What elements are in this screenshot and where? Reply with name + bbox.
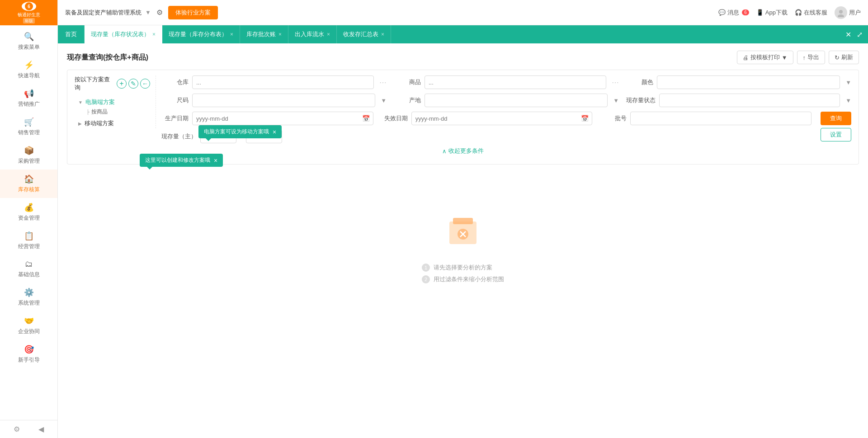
inventory-icon: 🏠 bbox=[24, 174, 34, 184]
empty-step-2: 2 用过滤条件来缩小分析范围 bbox=[422, 275, 504, 283]
scheme-sub-label: 按商品 bbox=[91, 108, 108, 116]
sidebar-item-finance[interactable]: 💰 资金管理 bbox=[0, 198, 57, 226]
origin-dropdown-icon[interactable]: ▼ bbox=[613, 97, 619, 104]
export-button[interactable]: ↑ 导出 bbox=[797, 51, 826, 64]
stock-status-field: 现存量状态 ▼ bbox=[626, 94, 851, 107]
quick-icon: ⚡ bbox=[24, 60, 34, 70]
scheme-sub-row: ├ 按商品 bbox=[86, 108, 150, 116]
edit-scheme-button[interactable]: ✎ bbox=[128, 79, 138, 89]
settings-gear-icon[interactable]: ⚙ bbox=[156, 8, 163, 17]
sidebar-item-label: 采购管理 bbox=[18, 157, 40, 165]
tab-close-icon[interactable]: × bbox=[327, 31, 330, 38]
settings-button[interactable]: ⚙ bbox=[14, 425, 20, 433]
produce-date-wrapper: 📅 bbox=[192, 112, 373, 125]
tab-close-icon[interactable]: × bbox=[278, 31, 282, 38]
warehouse-more-icon[interactable]: ⋯ bbox=[379, 78, 387, 87]
sidebar-item-operation[interactable]: 📋 经营管理 bbox=[0, 226, 57, 255]
print-button[interactable]: 🖨 按模板打印 ▼ bbox=[737, 51, 793, 64]
warehouse-input[interactable] bbox=[192, 75, 374, 89]
goods-input[interactable] bbox=[425, 75, 606, 89]
experience-button[interactable]: 体验行业方案 bbox=[168, 6, 218, 19]
page-title: 现存量查询(按仓库+商品) bbox=[67, 53, 148, 62]
arrow-right-icon: ▶ bbox=[78, 121, 82, 126]
origin-input[interactable] bbox=[425, 94, 608, 107]
sidebar-item-label: 企业协同 bbox=[18, 328, 40, 335]
color-input[interactable] bbox=[657, 75, 840, 89]
scheme-computer[interactable]: ▼ 电脑端方案 bbox=[78, 97, 150, 107]
tab-inout-flow[interactable]: 出入库流水 × bbox=[288, 25, 337, 43]
sidebar-item-system[interactable]: ⚙️ 系统管理 bbox=[0, 283, 57, 311]
refresh-icon: ↻ bbox=[835, 54, 840, 61]
message-button[interactable]: 💬 消息 6 bbox=[718, 9, 749, 17]
stock-status-label: 现存量状态 bbox=[626, 96, 656, 104]
stock-status-dropdown-icon[interactable]: ▼ bbox=[845, 97, 851, 104]
batch-input[interactable] bbox=[630, 112, 811, 125]
filter-row-2: 尺码 ▼ 产地 ▼ 现存量状态 bbox=[161, 94, 851, 107]
sidebar-item-enterprise[interactable]: 🤝 企业协同 bbox=[0, 311, 57, 340]
reset-button[interactable]: 设置 bbox=[821, 128, 851, 141]
tab-inventory-status[interactable]: 现存量（库存状况表） × bbox=[85, 25, 162, 43]
sidebar-item-label: 系统管理 bbox=[18, 299, 40, 307]
user-button[interactable]: 用户 bbox=[835, 6, 861, 19]
tab-inventory-batch[interactable]: 库存批次账 × bbox=[240, 25, 288, 43]
tooltip-desktop-scheme: 电脑方案可设为移动方案哦 × bbox=[198, 125, 282, 138]
sidebar-item-quick[interactable]: ⚡ 快速导航 bbox=[0, 56, 57, 84]
online-support-button[interactable]: 🎧 在线客服 bbox=[795, 9, 827, 17]
goods-more-icon[interactable]: ⋯ bbox=[612, 78, 619, 87]
filter-row-1: 仓库 ⋯ 商品 ⋯ 颜色 bbox=[161, 75, 851, 89]
app-download-button[interactable]: 📱 App下载 bbox=[756, 9, 788, 17]
system-name: 装备及固定资产辅助管理系统 bbox=[65, 9, 142, 17]
sidebar-item-search[interactable]: 🔍 搜索菜单 bbox=[0, 27, 57, 56]
produce-date-input[interactable] bbox=[192, 112, 373, 125]
stock-status-input[interactable] bbox=[659, 94, 840, 107]
tab-inventory-dist[interactable]: 现存量（库存分布表） × bbox=[162, 25, 240, 43]
app-download-label: App下载 bbox=[765, 9, 788, 17]
tooltip-create-scheme: 这里可以创建和修改方案哦 × bbox=[140, 154, 223, 167]
print-icon: 🖨 bbox=[743, 54, 749, 61]
sidebar-item-purchase[interactable]: 📦 采购管理 bbox=[0, 141, 57, 170]
sidebar-item-inventory[interactable]: 🏠 库存核算 bbox=[0, 170, 57, 198]
tabs-bar: 首页 现存量（库存状况表） × 现存量（库存分布表） × 库存批次账 × 出入库… bbox=[58, 25, 868, 43]
close-all-tabs-button[interactable]: ✕ bbox=[844, 28, 853, 41]
color-dropdown-icon[interactable]: ▼ bbox=[845, 79, 851, 86]
collapse-sidebar-button[interactable]: ◀ bbox=[38, 425, 44, 433]
expand-tabs-button[interactable]: ⤢ bbox=[855, 28, 864, 41]
tooltip-close-button[interactable]: × bbox=[273, 128, 276, 136]
size-input[interactable] bbox=[192, 94, 375, 107]
sidebar-item-label: 资金管理 bbox=[18, 214, 40, 222]
tooltip-close-button2[interactable]: × bbox=[214, 157, 217, 164]
tab-close-icon[interactable]: × bbox=[381, 31, 384, 38]
sidebar-nav: 🔍 搜索菜单 ⚡ 快速导航 📢 营销推广 🛒 销售管理 📦 采购管理 🏠 库存核… bbox=[0, 25, 57, 420]
back-scheme-button[interactable]: ← bbox=[140, 79, 150, 89]
message-badge: 6 bbox=[742, 9, 749, 15]
user-label: 用户 bbox=[849, 9, 861, 17]
system-dropdown-icon[interactable]: ▼ bbox=[145, 9, 151, 16]
scheme-mobile[interactable]: ▶ 移动端方案 bbox=[78, 118, 150, 128]
page-content: 现存量查询(按仓库+商品) 🖨 按模板打印 ▼ ↑ 导出 ↻ 刷新 bbox=[58, 43, 868, 438]
add-scheme-button[interactable]: + bbox=[117, 79, 127, 89]
sales-icon: 🛒 bbox=[24, 117, 34, 127]
filter-label-row: 按以下方案查询 + ✎ ← bbox=[75, 75, 150, 92]
tab-home[interactable]: 首页 bbox=[58, 25, 85, 43]
step-label-1: 请先选择要分析的方案 bbox=[434, 264, 492, 272]
sidebar-item-marketing[interactable]: 📢 营销推广 bbox=[0, 84, 57, 113]
size-dropdown-icon[interactable]: ▼ bbox=[381, 97, 387, 104]
sidebar-item-sales[interactable]: 🛒 销售管理 bbox=[0, 113, 57, 141]
produce-date-label: 生产日期 bbox=[161, 114, 189, 122]
step-num-1: 1 bbox=[422, 264, 430, 272]
tab-close-icon[interactable]: × bbox=[230, 31, 233, 38]
batch-field: 批号 bbox=[599, 112, 811, 125]
warehouse-label: 仓库 bbox=[161, 78, 189, 86]
tab-receive-summary[interactable]: 收发存汇总表 × bbox=[337, 25, 391, 43]
message-icon: 💬 bbox=[718, 9, 726, 16]
query-button[interactable]: 查询 bbox=[821, 112, 851, 125]
tab-close-icon[interactable]: × bbox=[152, 31, 156, 38]
purchase-icon: 📦 bbox=[24, 146, 34, 155]
expire-date-input[interactable] bbox=[411, 112, 593, 125]
refresh-button[interactable]: ↻ 刷新 bbox=[829, 51, 859, 64]
phone-icon: 📱 bbox=[756, 9, 764, 16]
sidebar-item-guide[interactable]: 🎯 新手引导 bbox=[0, 340, 57, 368]
arrow-down-icon: ▼ bbox=[78, 100, 83, 105]
search-icon: 🔍 bbox=[24, 32, 34, 42]
sidebar-item-basic[interactable]: 🗂 基础信息 bbox=[0, 255, 57, 283]
